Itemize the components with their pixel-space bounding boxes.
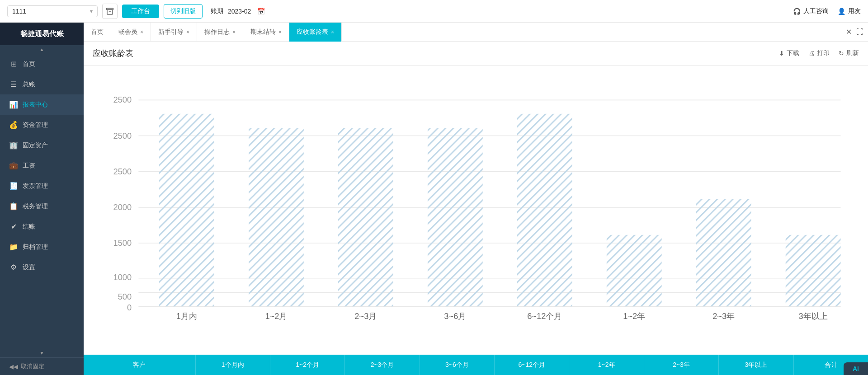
consult-button[interactable]: 🎧 人工咨询 <box>793 7 829 15</box>
sidebar: 畅捷通易代账 ▲ ⊞ 首页 ☰ 总账 📊 报表中心 💰 资金管理 🏢 <box>0 23 84 375</box>
tab-home[interactable]: 首页 <box>84 23 111 42</box>
ai-badge[interactable]: Ai <box>844 362 868 375</box>
invoice-icon: 🧾 <box>9 182 18 190</box>
main-layout: 畅捷通易代账 ▲ ⊞ 首页 ☰ 总账 📊 报表中心 💰 资金管理 🏢 <box>0 23 868 375</box>
svg-text:2~3月: 2~3月 <box>354 311 377 321</box>
col-3-6m: 3~6个月 <box>420 355 495 375</box>
sidebar-item-tax[interactable]: 📋 税务管理 <box>0 196 84 216</box>
sidebar-item-settle[interactable]: ✔ 结账 <box>0 216 84 237</box>
tab-close-member[interactable]: × <box>140 29 143 35</box>
close-all-icon[interactable]: ✕ <box>846 28 852 36</box>
print-label: 打印 <box>817 49 830 57</box>
company-selector[interactable]: 1111 ▾ <box>7 5 98 17</box>
svg-text:1000: 1000 <box>113 272 132 282</box>
sidebar-label-ledger: 总账 <box>23 80 35 89</box>
sidebar-item-funds[interactable]: 💰 资金管理 <box>0 115 84 135</box>
tab-log[interactable]: 操作日志 × <box>197 23 243 42</box>
bar-6-12 <box>517 114 572 306</box>
home-icon: ⊞ <box>9 60 18 68</box>
sidebar-label-funds: 资金管理 <box>23 121 48 129</box>
sidebar-item-home[interactable]: ⊞ 首页 <box>0 54 84 74</box>
sidebar-label-settle: 结账 <box>23 223 35 231</box>
page-title: 应收账龄表 <box>93 48 133 59</box>
sidebar-item-salary[interactable]: 💼 工资 <box>0 155 84 176</box>
sidebar-item-archive[interactable]: 📁 归档管理 <box>0 237 84 257</box>
sidebar-item-ledger[interactable]: ☰ 总账 <box>0 74 84 94</box>
svg-text:3年以上: 3年以上 <box>799 311 828 321</box>
scroll-up-indicator[interactable]: ▲ <box>0 45 84 54</box>
sidebar-item-reports[interactable]: 📊 报表中心 <box>0 94 84 115</box>
svg-text:2~3年: 2~3年 <box>712 311 735 321</box>
workbench-button[interactable]: 工作台 <box>122 5 159 18</box>
bar-jan <box>159 114 214 306</box>
svg-text:1~2月: 1~2月 <box>265 311 287 321</box>
bar-chart: 2500 2500 2500 2000 1500 1000 500 0 <box>97 75 854 346</box>
expand-icon[interactable]: ⛶ <box>856 28 863 36</box>
tab-label-aging: 应收账龄表 <box>297 28 328 36</box>
chevron-down-icon: ▾ <box>90 8 93 14</box>
calendar-icon[interactable]: 📅 <box>257 8 265 15</box>
col-1-2m: 1~2个月 <box>270 355 345 375</box>
svg-text:1~2年: 1~2年 <box>623 311 645 321</box>
refresh-label: 刷新 <box>846 49 859 57</box>
tab-label-home: 首页 <box>91 28 104 36</box>
top-header: 1111 ▾ 工作台 切到旧版 账期 2023-02 📅 🎧 人工咨询 👤 用友 <box>0 0 868 23</box>
tab-close-log[interactable]: × <box>232 29 236 35</box>
svg-text:500: 500 <box>118 292 132 301</box>
svg-text:6~12个月: 6~12个月 <box>527 311 562 321</box>
archive-icon-btn[interactable] <box>102 4 118 19</box>
tab-close-guide[interactable]: × <box>186 29 189 35</box>
tab-label-log: 操作日志 <box>204 28 230 36</box>
page-content: 应收账龄表 ⬇ 下载 🖨 打印 ↻ 刷新 <box>84 42 868 375</box>
refresh-button[interactable]: ↻ 刷新 <box>839 49 859 57</box>
sidebar-label-salary: 工资 <box>23 162 35 170</box>
col-3yr-plus: 3年以上 <box>719 355 793 375</box>
print-icon: 🖨 <box>808 50 815 57</box>
sidebar-item-invoice[interactable]: 🧾 发票管理 <box>0 176 84 196</box>
tab-close-aging[interactable]: × <box>331 29 334 35</box>
sidebar-item-assets[interactable]: 🏢 固定资产 <box>0 135 84 155</box>
col-1m: 1个月内 <box>196 355 270 375</box>
col-6-12m: 6~12个月 <box>495 355 569 375</box>
col-1-2yr: 1~2年 <box>569 355 644 375</box>
svg-text:3~6月: 3~6月 <box>444 311 466 321</box>
logo-area: 畅捷通易代账 <box>0 23 84 45</box>
company-name: 1111 <box>12 8 87 15</box>
col-2-3yr: 2~3年 <box>644 355 719 375</box>
scroll-down-indicator[interactable]: ▼ <box>0 349 84 357</box>
download-button[interactable]: ⬇ 下载 <box>779 49 799 57</box>
content-area: 首页 畅会员 × 新手引导 × 操作日志 × 期末结转 × 应收账龄表 × <box>84 23 868 375</box>
pin-icon: ◀◀ <box>9 363 18 370</box>
sidebar-item-settings[interactable]: ⚙ 设置 <box>0 257 84 277</box>
tab-period-close[interactable]: 期末结转 × <box>243 23 289 42</box>
tab-label-guide: 新手引导 <box>158 28 184 36</box>
table-header: 客户 1个月内 1~2个月 2~3个月 3~6个月 6~12个月 <box>84 355 868 375</box>
tax-icon: 📋 <box>9 202 18 211</box>
bar-3-6 <box>428 128 483 306</box>
tabs-bar: 首页 畅会员 × 新手引导 × 操作日志 × 期末结转 × 应收账龄表 × <box>84 23 868 42</box>
print-button[interactable]: 🖨 打印 <box>808 49 830 57</box>
archive-icon: 📁 <box>9 243 18 251</box>
page-actions: ⬇ 下载 🖨 打印 ↻ 刷新 <box>779 49 859 57</box>
funds-icon: 💰 <box>9 121 18 129</box>
download-icon: ⬇ <box>779 50 784 57</box>
tab-close-period-close[interactable]: × <box>278 29 282 35</box>
tab-aging[interactable]: 应收账龄表 × <box>289 23 342 42</box>
bar-2-3 <box>338 128 393 306</box>
chevron-up-icon: ▲ <box>40 47 44 52</box>
sidebar-label-assets: 固定资产 <box>23 141 48 150</box>
tab-member[interactable]: 畅会员 × <box>111 23 151 42</box>
tab-guide[interactable]: 新手引导 × <box>151 23 197 42</box>
cancel-fixed-button[interactable]: ◀◀ 取消固定 <box>0 357 84 375</box>
avatar-icon: 👤 <box>838 8 845 15</box>
switch-version-button[interactable]: 切到旧版 <box>164 4 203 19</box>
period-label: 账期 <box>211 7 223 15</box>
svg-text:1500: 1500 <box>113 238 132 248</box>
reports-icon: 📊 <box>9 100 18 109</box>
user-button[interactable]: 👤 用友 <box>838 7 861 15</box>
sidebar-label-settings: 设置 <box>23 263 35 272</box>
col-customer: 客户 <box>84 355 196 375</box>
svg-text:2500: 2500 <box>113 167 132 176</box>
sidebar-label-archive: 归档管理 <box>23 243 48 251</box>
sidebar-label-tax: 税务管理 <box>23 202 48 211</box>
